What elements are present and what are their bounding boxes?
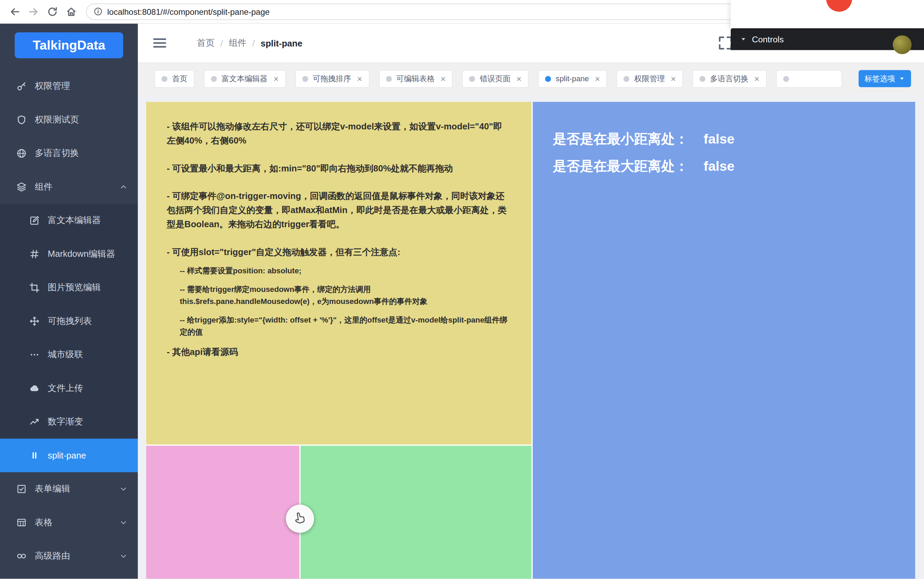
page-content: - 该组件可以拖动修改左右尺寸，还可以绑定v-model来设置，如设置v-mod… (138, 95, 924, 579)
forward-button[interactable] (25, 3, 43, 20)
at-min-value: false (704, 125, 735, 152)
close-icon[interactable]: × (441, 74, 446, 83)
tab-home[interactable]: 首页 (154, 70, 194, 87)
close-icon[interactable]: × (754, 74, 759, 83)
table-icon (16, 517, 26, 527)
tab-label: 首页 (172, 73, 187, 84)
tab-permission-manage[interactable]: 权限管理 × (616, 70, 683, 87)
sidebar-item-label: 权限测试页 (35, 114, 79, 125)
tag-options-label: 标签选项 (864, 73, 895, 84)
sidebar-item-label: 数字渐变 (48, 416, 84, 427)
avatar[interactable] (893, 36, 912, 54)
sidebar: TalkingData 权限管理 权限测试页 多语言切换 组件 (0, 23, 138, 579)
tab-i18n[interactable]: 多语言切换 × (693, 70, 766, 87)
description-subline: -- 给trigger添加:style="{width: offset + '%… (180, 314, 508, 338)
sidebar-item-components[interactable]: 组件 (0, 170, 138, 203)
breadcrumb-current: split-pane (261, 38, 302, 48)
sidebar-item-image-preview-edit[interactable]: 图片预览编辑 (0, 271, 138, 304)
chevron-down-icon (120, 552, 127, 560)
sidebar-item-label: 权限管理 (35, 80, 70, 92)
record-button[interactable] (826, 0, 852, 12)
richtext-edit-icon (30, 216, 39, 226)
hash-icon (30, 249, 39, 259)
at-max-status: 是否是在最大距离处： false (553, 152, 903, 180)
sidebar-item-form-edit[interactable]: 表单编辑 (0, 472, 138, 506)
sidebar-item-table[interactable]: 表格 (0, 506, 138, 539)
tab-label: 权限管理 (634, 73, 665, 84)
url-text: localhost:8081/#/component/split-pane-pa… (107, 7, 269, 16)
caret-down-icon (898, 75, 905, 82)
tab-draggable-sort[interactable]: 可拖拽排序 × (295, 70, 369, 87)
description-subline: -- 需要给trigger绑定mousedown事件，绑定的方法调用 this.… (180, 284, 508, 307)
tab-dot (699, 76, 705, 82)
chevron-up-icon (120, 183, 127, 191)
status-pane: 是否是在最小距离处： false 是否是在最大距离处： false (533, 102, 915, 579)
tab-label: 错误页面 (480, 73, 510, 84)
tab-split-pane[interactable]: split-pane × (538, 70, 607, 87)
chevron-down-icon (120, 519, 127, 526)
sidebar-item-label: 城市级联 (48, 349, 84, 360)
split-left-column: - 该组件可以拖动修改左右尺寸，还可以绑定v-model来设置，如设置v-mod… (146, 102, 532, 579)
sidebar-item-i18n[interactable]: 多语言切换 (0, 137, 138, 170)
recorder-controls-label: Controls (752, 34, 784, 44)
tab-label: split-pane (556, 74, 589, 83)
back-button[interactable] (6, 3, 23, 20)
sidebar-item-label: split-pane (48, 451, 86, 461)
close-icon[interactable]: × (274, 74, 279, 83)
checkbox-icon (16, 484, 26, 494)
close-icon[interactable]: × (595, 74, 600, 83)
description-pane: - 该组件可以拖动修改左右尺寸，还可以绑定v-model来设置，如设置v-mod… (146, 102, 532, 445)
sidebar-item-permission-manage[interactable]: 权限管理 (0, 70, 138, 103)
globe-icon (16, 148, 26, 159)
chevron-down-icon (120, 485, 127, 492)
close-icon[interactable]: × (671, 74, 676, 83)
breadcrumb-section[interactable]: 组件 (229, 38, 246, 49)
back-arrow-icon (9, 6, 20, 17)
tag-options-button[interactable]: 标签选项 (858, 70, 911, 87)
sidebar-item-label: 表格 (35, 517, 53, 528)
split-drag-trigger[interactable] (286, 505, 314, 533)
split-pane-demo: - 该组件可以拖动修改左右尺寸，还可以绑定v-model来设置，如设置v-mod… (146, 102, 915, 579)
at-min-status: 是否是在最小距离处： false (553, 125, 903, 152)
sidebar-item-file-upload[interactable]: 文件上传 (0, 371, 138, 405)
sidebar-item-advanced-router[interactable]: 高级路由 (0, 540, 138, 573)
tab-dot (162, 76, 167, 82)
sidebar-item-markdown-editor[interactable]: Markdown编辑器 (0, 237, 138, 271)
cloud-upload-icon (30, 383, 39, 393)
home-button[interactable] (62, 3, 80, 20)
description-line: - 可使用slot="trigger"自定义拖动触发器，但有三个注意点: (167, 245, 508, 259)
sidebar-item-draggable-list[interactable]: 可拖拽列表 (0, 304, 138, 338)
tab-editable-table[interactable]: 可编辑表格 × (379, 70, 453, 87)
at-max-value: false (704, 152, 735, 180)
sidebar-item-number-gradient[interactable]: 数字渐变 (0, 405, 138, 438)
reload-button[interactable] (44, 3, 61, 20)
breadcrumb-home[interactable]: 首页 (197, 38, 214, 49)
recorder-panel (731, 0, 924, 28)
site-info-icon (94, 7, 103, 16)
recorder-overlay: Controls (731, 0, 924, 50)
sidebar-item-label: 图片预览编辑 (48, 282, 101, 293)
at-max-label: 是否是在最大距离处： (553, 152, 688, 180)
tags-nav: 首页 富文本编辑器 × 可拖拽排序 × 可编辑表格 (138, 62, 924, 95)
nested-split-pane (146, 446, 532, 579)
app-logo: TalkingData (15, 32, 123, 58)
components-submenu: 富文本编辑器 Markdown编辑器 图片预览编辑 可拖拽列表 (0, 204, 138, 472)
close-icon[interactable]: × (357, 74, 362, 83)
description-line: - 可绑定事件@on-trigger-moving，回调函数的返回值是鼠标事件对… (167, 189, 508, 231)
tabs-strip: 首页 富文本编辑器 × 可拖拽排序 × 可编辑表格 (138, 70, 924, 87)
tab-dot (302, 76, 308, 82)
at-min-label: 是否是在最小距离处： (553, 125, 688, 152)
sidebar-item-split-pane[interactable]: split-pane (0, 438, 138, 472)
sidebar-item-permission-test[interactable]: 权限测试页 (0, 103, 138, 136)
nested-right-pane (300, 446, 532, 579)
tab-partial[interactable] (776, 70, 842, 87)
tab-richtext-editor[interactable]: 富文本编辑器 × (204, 70, 286, 87)
sidebar-item-richtext-editor[interactable]: 富文本编辑器 (0, 204, 138, 237)
close-icon[interactable]: × (517, 74, 522, 83)
tab-error-page[interactable]: 错误页面 × (462, 70, 529, 87)
hamburger-menu-icon[interactable] (152, 36, 167, 51)
move-icon (30, 316, 39, 326)
breadcrumb-separator: / (252, 38, 254, 48)
sidebar-item-city-cascade[interactable]: 城市级联 (0, 338, 138, 371)
tab-dot (211, 76, 217, 82)
